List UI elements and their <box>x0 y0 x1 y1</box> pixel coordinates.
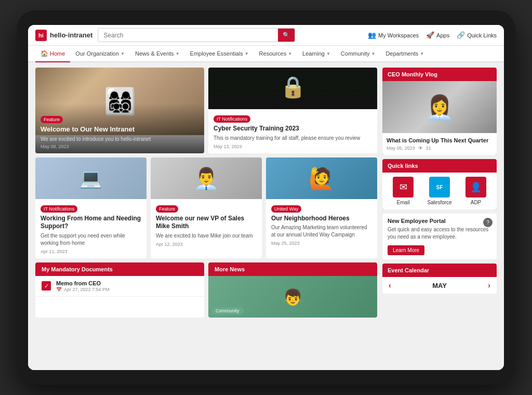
nav-org-label: Our Organization <box>75 50 119 57</box>
vol-card-title: Our Neighborhood Heroes <box>271 215 372 223</box>
quick-links-top-label: Quick Links <box>467 32 497 38</box>
mandatory-docs-header: My Mandatory Documents <box>35 262 204 276</box>
ceo-vlog-section: CEO Monthly Vlog What is Coming Up This … <box>382 68 497 155</box>
main-content: Feature Welcome to Our New Intranet We a… <box>28 62 504 370</box>
cyber-card-image <box>208 68 377 109</box>
search-button[interactable]: 🔍 <box>278 29 295 42</box>
nav-item-departments[interactable]: Departments ▼ <box>380 46 429 62</box>
cyber-card-tag: IT Notifications <box>214 115 250 123</box>
new-employee-portal: ? New Employee Portal Get quick and easy… <box>382 214 497 259</box>
ceo-vlog-image[interactable] <box>382 81 497 133</box>
tablet-screen: hi hello-intranet 🔍 👥 My Workspaces 🚀 Ap… <box>28 25 504 370</box>
new-emp-title: New Employee Portal <box>388 218 491 224</box>
nav-home-label: Home <box>50 50 65 57</box>
cal-prev-arrow[interactable]: ‹ <box>389 281 391 289</box>
cyber-card-desc: This is mandatory training for all staff… <box>214 135 372 142</box>
bottom-two-cols: My Mandatory Documents ✓ Memo from CEO 📅… <box>35 262 377 318</box>
quick-links-header: Quick links <box>382 159 497 173</box>
workspaces-label: My Workspaces <box>378 32 419 38</box>
ql-adp-label: ADP <box>471 200 482 205</box>
doc-meta: 📅 Apr 27, 2022 7:54 PM <box>56 287 110 292</box>
ql-salesforce[interactable]: SF Salesforce <box>423 177 456 205</box>
salesforce-icon: SF <box>429 177 450 198</box>
tablet-frame: hi hello-intranet 🔍 👥 My Workspaces 🚀 Ap… <box>17 10 515 385</box>
feature-card-desc: We are excited to introduce you to hello… <box>41 136 199 143</box>
search-input[interactable] <box>98 29 278 42</box>
quick-links-top-icon: 🔗 <box>457 31 465 39</box>
bottom-cards: IT Notifications Working From Home and N… <box>35 157 377 258</box>
mike-card-date: Apr 12, 2023 <box>156 242 257 247</box>
more-news-header: More News <box>208 262 377 276</box>
my-workspaces-button[interactable]: 👥 My Workspaces <box>368 31 419 39</box>
cal-nav: ‹ MAY › <box>382 277 497 294</box>
nav-item-community[interactable]: Community ▼ <box>336 46 381 62</box>
home-icon: 🏠 <box>41 50 48 57</box>
apps-label: Apps <box>436 32 449 38</box>
adp-icon: 👤 <box>466 177 486 198</box>
wfh-card[interactable]: IT Notifications Working From Home and N… <box>35 157 147 258</box>
mike-card-image <box>151 157 262 199</box>
nav-org-caret: ▼ <box>121 51 125 56</box>
nav-community-caret: ▼ <box>371 51 375 56</box>
nav-item-home[interactable]: 🏠 Home <box>35 46 70 62</box>
event-calendar-section: Event Calendar ‹ MAY › <box>382 264 497 294</box>
mike-card-body: Feature Welcome our new VP of Sales Mike… <box>151 199 262 251</box>
ql-email-label: Email <box>396 200 409 205</box>
wfh-card-desc: Get the support you need even while work… <box>41 232 141 247</box>
wfh-card-title: Working From Home and Needing Support? <box>41 215 141 231</box>
nav-essentials-label: Employee Essentials <box>190 50 243 57</box>
nav-item-learning[interactable]: Learning ▼ <box>297 46 336 62</box>
doc-info: Memo from CEO 📅 Apr 27, 2022 7:54 PM <box>56 280 110 292</box>
doc-checkbox: ✓ <box>42 281 51 291</box>
apps-button[interactable]: 🚀 Apps <box>426 31 449 39</box>
nav-learning-caret: ▼ <box>326 51 330 56</box>
ql-email[interactable]: ✉ Email <box>387 177 420 205</box>
logo-text: hello-intranet <box>50 31 92 39</box>
ceo-vlog-header: CEO Monthly Vlog <box>382 68 497 81</box>
ceo-vlog-title: What is Coming Up This Next Quarter <box>387 137 493 143</box>
feature-card-overlay: Feature Welcome to Our New Intranet We a… <box>35 103 204 153</box>
search-area[interactable]: 🔍 <box>98 28 295 42</box>
logo-icon: hi <box>35 30 47 41</box>
top-cards: Feature Welcome to Our New Intranet We a… <box>35 68 377 153</box>
cal-next-arrow[interactable]: › <box>488 281 490 289</box>
wfh-card-body: IT Notifications Working From Home and N… <box>35 199 147 258</box>
vol-card-desc: Our Amazing Marketing team volunteered a… <box>271 224 372 239</box>
ql-adp[interactable]: 👤 ADP <box>459 177 493 205</box>
nav-item-news[interactable]: News & Events ▼ <box>130 46 185 62</box>
doc-item[interactable]: ✓ Memo from CEO 📅 Apr 27, 2022 7:54 PM <box>35 276 204 297</box>
nav-item-resources[interactable]: Resources ▼ <box>254 46 298 62</box>
quick-links-button[interactable]: 🔗 Quick Links <box>457 31 497 39</box>
wfh-card-image <box>35 157 147 199</box>
eye-icon: 👁 <box>418 146 423 151</box>
nav-essentials-caret: ▼ <box>245 51 249 56</box>
top-actions: 👥 My Workspaces 🚀 Apps 🔗 Quick Links <box>368 31 497 39</box>
ceo-vlog-views: 31 <box>426 146 431 151</box>
doc-title: Memo from CEO <box>56 280 110 286</box>
vol-card-date: May 25, 2023 <box>271 241 372 246</box>
cyber-card-title: Cyber Security Training 2023 <box>214 125 372 133</box>
wfh-card-date: Apr 11, 2023 <box>41 249 141 254</box>
mike-card[interactable]: Feature Welcome our new VP of Sales Mike… <box>151 157 262 258</box>
mike-card-desc: We are excited to have Mike join our tea… <box>156 232 257 240</box>
feature-card-tag: Feature <box>41 116 63 123</box>
cyber-card[interactable]: IT Notifications Cyber Security Training… <box>208 68 377 153</box>
content-left: Feature Welcome to Our New Intranet We a… <box>35 68 377 365</box>
vol-card-tag: United Way <box>271 205 301 213</box>
event-calendar-header: Event Calendar <box>382 264 497 277</box>
more-news-image: Community <box>208 276 377 318</box>
doc-calendar-icon: 📅 <box>56 287 62 292</box>
nav-item-organization[interactable]: Our Organization ▼ <box>70 46 130 62</box>
feature-card-title: Welcome to Our New Intranet <box>41 125 199 134</box>
content-right: CEO Monthly Vlog What is Coming Up This … <box>382 68 497 365</box>
help-icon[interactable]: ? <box>483 218 493 227</box>
feature-card-date: May 08, 2023 <box>41 144 199 149</box>
quick-links-section: Quick links ✉ Email SF Salesforce 👤 ADP <box>382 159 497 209</box>
learn-more-button[interactable]: Learn More <box>388 245 424 255</box>
nav-departments-label: Departments <box>385 50 418 57</box>
vol-card[interactable]: United Way Our Neighborhood Heroes Our A… <box>266 157 377 258</box>
feature-card[interactable]: Feature Welcome to Our New Intranet We a… <box>35 68 204 153</box>
nav-item-essentials[interactable]: Employee Essentials ▼ <box>185 46 254 62</box>
quick-links-body: ✉ Email SF Salesforce 👤 ADP <box>382 173 497 209</box>
nav-news-caret: ▼ <box>176 51 180 56</box>
